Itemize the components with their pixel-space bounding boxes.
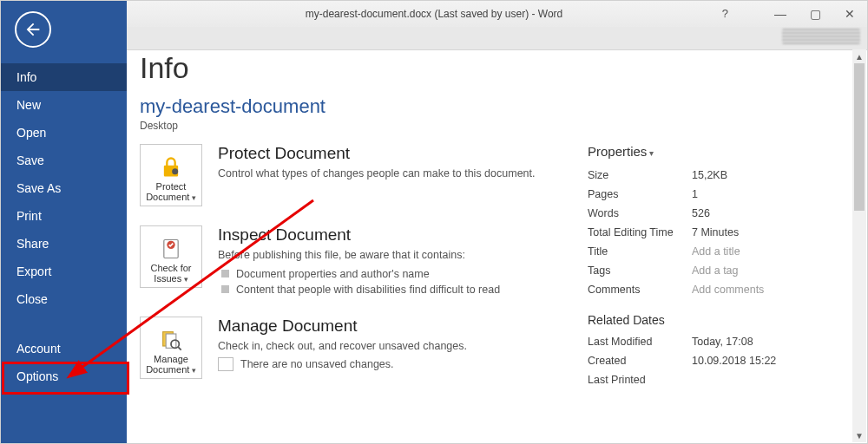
inspect-lead: Before publishing this file, be aware th… [218,248,500,263]
property-row: CommentsAdd comments [588,280,845,299]
manage-block: Manage Document Manage Document Check in… [140,317,574,379]
backstage-sidebar: Info New Open Save Save As Print Share E… [1,1,127,443]
account-area[interactable] [782,29,860,44]
inspect-block: Check for Issues Inspect Document Before… [140,225,574,297]
property-key: Tags [588,264,692,277]
property-row: Pages1 [588,185,845,204]
bullet-icon [221,285,229,293]
ribbon-strip [127,27,867,50]
sidebar-item-save-as[interactable]: Save As [1,174,127,202]
related-dates-heading: Related Dates [588,313,845,327]
unsaved-changes-row: There are no unsaved changes. [218,357,467,371]
manage-heading: Manage Document [218,317,467,336]
date-row: Last Printed [588,370,845,389]
sidebar-item-close[interactable]: Close [1,285,127,313]
inspect-item: Content that people with disabilities fi… [218,282,500,297]
property-key: Pages [588,188,692,200]
minimize-button[interactable]: — [763,1,798,27]
property-key: Total Editing Time [588,226,692,238]
property-value: 1 [692,188,698,200]
sidebar-item-options[interactable]: Options [1,362,127,390]
scroll-up-button[interactable]: ▲ [852,49,866,63]
date-row: Last ModifiedToday, 17:08 [588,332,845,351]
property-key: Words [588,207,692,219]
document-icon [218,357,233,371]
date-value: 10.09.2018 15:22 [692,355,776,367]
help-button[interactable]: ? [722,1,728,27]
info-left-column: Protect Document Protect Document Contro… [140,144,574,398]
property-row: Total Editing Time7 Minutes [588,223,845,242]
tile-label: Protect Document [141,181,201,203]
bullet-icon [221,270,229,278]
protect-desc: Control what types of changes people can… [218,166,536,181]
properties-heading[interactable]: Properties [588,144,845,159]
sidebar-item-export[interactable]: Export [1,258,127,285]
property-row: TagsAdd a tag [588,261,845,280]
close-button[interactable]: ✕ [832,1,867,27]
manage-desc: Check in, check out, and recover unsaved… [218,339,467,354]
date-row: Created10.09.2018 15:22 [588,351,845,370]
sidebar-item-open[interactable]: Open [1,119,127,147]
protect-heading: Protect Document [218,144,536,163]
date-key: Created [588,355,692,367]
sidebar-item-info[interactable]: Info [1,63,127,91]
property-value: 7 Minutes [692,226,739,238]
info-panel: Info my-dearest-document Desktop Protect… [140,49,845,443]
document-location[interactable]: Desktop [140,120,845,132]
property-value[interactable]: Add comments [692,284,764,296]
property-value[interactable]: Add a title [692,245,740,258]
lock-icon [159,155,183,180]
property-row: TitleAdd a title [588,242,845,261]
svg-point-0 [172,168,178,174]
sidebar-item-save[interactable]: Save [1,147,127,174]
scroll-down-button[interactable]: ▼ [852,428,866,442]
tile-label: Manage Document [141,354,201,375]
back-arrow-icon [23,20,43,39]
property-key: Title [588,245,692,258]
scrollbar[interactable]: ▲ ▼ [852,49,866,442]
manage-document-button[interactable]: Manage Document [140,317,202,379]
date-key: Last Printed [588,374,692,386]
window-title: my-dearest-document.docx (Last saved by … [1,8,867,20]
property-value[interactable]: Add a tag [692,264,739,277]
sidebar-item-print[interactable]: Print [1,202,127,230]
sidebar-item-share[interactable]: Share [1,230,127,258]
page-title: Info [140,51,845,85]
title-bar: my-dearest-document.docx (Last saved by … [1,1,867,27]
back-button[interactable] [15,11,51,48]
restore-button[interactable]: ▢ [798,1,832,27]
property-key: Comments [588,284,692,296]
sidebar-item-account[interactable]: Account [1,335,127,362]
protect-block: Protect Document Protect Document Contro… [140,144,574,206]
property-key: Size [588,169,692,181]
inspect-item: Document properties and author's name [218,266,500,282]
check-issues-button[interactable]: Check for Issues [140,225,202,288]
property-value: 526 [692,207,710,219]
scroll-thumb[interactable] [854,63,865,211]
sidebar-item-new[interactable]: New [1,91,127,119]
date-key: Last Modified [588,336,692,348]
inspect-heading: Inspect Document [218,225,500,245]
date-value: Today, 17:08 [692,336,753,348]
tile-label: Check for Issues [141,263,201,284]
property-row: Words526 [588,204,845,223]
properties-panel: Properties Size15,2KBPages1Words526Total… [574,144,845,398]
protect-document-button[interactable]: Protect Document [140,144,202,206]
document-name[interactable]: my-dearest-document [140,95,845,118]
backstage-menu: Info New Open Save Save As Print Share E… [1,63,127,390]
svg-line-6 [178,347,181,350]
document-check-icon [159,237,183,261]
document-search-icon [159,328,183,352]
word-backstage: my-dearest-document.docx (Last saved by … [0,0,868,444]
property-row: Size15,2KB [588,166,845,185]
property-value: 15,2KB [692,169,727,181]
